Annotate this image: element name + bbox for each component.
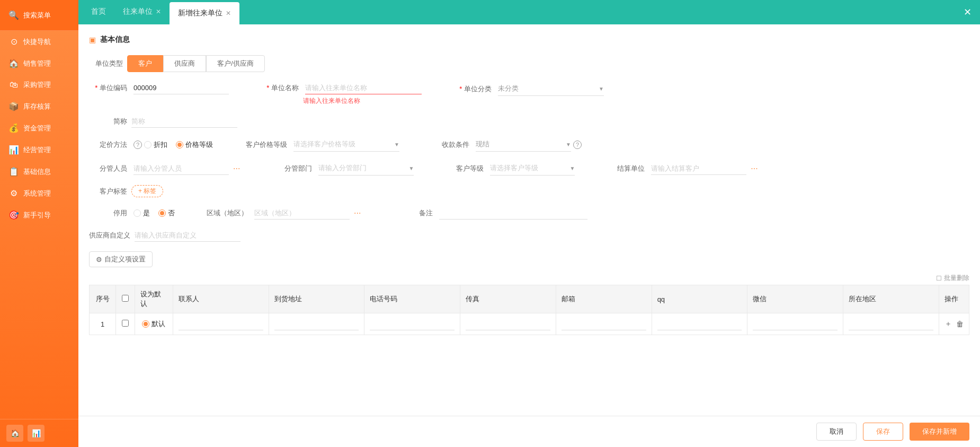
save-new-button[interactable]: 保存并新增 xyxy=(910,423,969,441)
row-fax[interactable] xyxy=(460,313,556,335)
tab-partner[interactable]: 往来单位 ✕ xyxy=(114,0,170,24)
add-row-btn[interactable]: ＋ xyxy=(945,319,952,329)
unit-type-label: 单位类型 xyxy=(89,59,127,68)
region-more-btn[interactable]: ··· xyxy=(352,208,363,218)
phone-input[interactable] xyxy=(370,318,455,330)
tab-new-partner-close[interactable]: ✕ xyxy=(226,10,231,17)
row-region[interactable] xyxy=(843,313,939,335)
disable-yes-label: 是 xyxy=(143,208,150,218)
customer-price-level-select[interactable]: 请选择客户价格等级 ▼ xyxy=(293,137,399,152)
pricing-radio-discount[interactable]: 折扣 xyxy=(144,140,167,150)
row-email[interactable] xyxy=(556,313,652,335)
pricing-help-icon[interactable]: ? xyxy=(133,141,142,149)
name-input[interactable] xyxy=(305,82,422,94)
row-qq[interactable] xyxy=(652,313,747,335)
sidebar-item-basic[interactable]: 📋 基础信息 xyxy=(0,161,78,182)
tab-new-partner-label: 新增往来单位 xyxy=(178,8,222,18)
manager-input[interactable] xyxy=(133,162,229,175)
col-region: 所在地区 xyxy=(843,285,939,313)
sidebar-item-purchase[interactable]: 🛍 采购管理 xyxy=(0,74,78,95)
sidebar-item-label: 系统管理 xyxy=(23,189,51,198)
col-qq: qq xyxy=(652,285,747,313)
tab-bar-close-btn[interactable]: ✕ xyxy=(959,6,976,18)
custom-settings-btn[interactable]: ⚙ 自定义项设置 xyxy=(89,251,153,267)
row-select-checkbox[interactable] xyxy=(122,320,129,327)
dept-select[interactable]: 请输入分管部门 ▼ xyxy=(318,161,414,176)
default-radio-item[interactable]: 默认 xyxy=(140,319,167,329)
disable-no-label: 否 xyxy=(168,208,175,218)
email-input[interactable] xyxy=(562,318,646,330)
sidebar-item-sales[interactable]: 🏠 销售管理 xyxy=(0,52,78,74)
disable-radio-no[interactable]: 否 xyxy=(158,208,175,218)
add-tag-btn[interactable]: + 标签 xyxy=(131,185,163,197)
form-content: ▣ 基本信息 单位类型 客户 供应商 客户/供应商 单位编码 xyxy=(78,24,980,416)
sidebar-home-btn[interactable]: 🏠 xyxy=(6,425,23,442)
region-input-table[interactable] xyxy=(849,318,933,330)
sidebar-item-label: 库存核算 xyxy=(23,102,51,111)
section-title: 基本信息 xyxy=(100,35,130,45)
sales-icon: 🏠 xyxy=(8,58,19,68)
supplier-custom-label: 供应商自定义 xyxy=(89,231,135,240)
remark-input[interactable] xyxy=(439,207,587,220)
fax-input[interactable] xyxy=(466,318,550,330)
contact-input[interactable] xyxy=(179,318,263,330)
col-checkbox[interactable] xyxy=(116,285,135,313)
type-btn-supplier[interactable]: 供应商 xyxy=(163,55,206,72)
row-contact[interactable] xyxy=(173,313,269,335)
category-select[interactable]: 未分类 ▼ xyxy=(498,82,604,96)
region-input[interactable] xyxy=(254,207,350,220)
type-btn-both[interactable]: 客户/供应商 xyxy=(206,55,265,72)
tab-home[interactable]: 首页 xyxy=(83,0,114,24)
code-input[interactable] xyxy=(133,82,229,94)
category-value: 未分类 xyxy=(498,84,599,93)
disable-radio-yes[interactable]: 是 xyxy=(133,208,150,218)
wechat-input[interactable] xyxy=(753,318,838,330)
sidebar-item-guide[interactable]: 🎯 新手引导 xyxy=(0,204,78,226)
pricing-radio-level[interactable]: 价格等级 xyxy=(176,140,213,150)
finance-icon: 💰 xyxy=(8,123,19,133)
sidebar-item-finance[interactable]: 💰 资金管理 xyxy=(0,117,78,139)
type-btn-customer[interactable]: 客户 xyxy=(127,55,163,72)
supplier-custom-row: 供应商自定义 xyxy=(89,229,969,242)
address-input[interactable] xyxy=(274,318,359,330)
sidebar-item-search[interactable]: 🔍 搜索菜单 xyxy=(0,4,78,26)
dept-placeholder: 请输入分管部门 xyxy=(318,163,408,173)
payment-terms-help-icon[interactable]: ? xyxy=(573,141,582,149)
tab-bar: 首页 往来单位 ✕ 新增往来单位 ✕ ✕ xyxy=(78,0,980,24)
select-all-checkbox[interactable] xyxy=(122,295,129,302)
row-default[interactable]: 默认 xyxy=(135,313,173,335)
customer-price-level-label: 客户价格等级 xyxy=(245,140,291,150)
tab-new-partner[interactable]: 新增往来单位 ✕ xyxy=(170,2,239,24)
sidebar-item-label: 搜索菜单 xyxy=(23,11,51,20)
sidebar-item-quick-nav[interactable]: ⊙ 快捷导航 xyxy=(0,31,78,52)
basic-icon: 📋 xyxy=(8,166,19,177)
sidebar-item-inventory[interactable]: 📦 库存核算 xyxy=(0,95,78,117)
settlement-input[interactable] xyxy=(651,162,746,175)
sidebar-item-operations[interactable]: 📊 经营管理 xyxy=(0,139,78,161)
guide-icon: 🎯 xyxy=(8,210,19,220)
row-phone[interactable] xyxy=(364,313,460,335)
delete-row-btn[interactable]: 🗑 xyxy=(956,320,964,328)
tab-partner-close[interactable]: ✕ xyxy=(156,8,161,15)
tab-partner-label: 往来单位 xyxy=(123,7,153,16)
supplier-custom-input[interactable] xyxy=(135,229,240,242)
customer-tag-row: 客户标签 + 标签 xyxy=(89,185,969,197)
customer-level-select[interactable]: 请选择客户等级 ▼ xyxy=(490,161,575,176)
cancel-button[interactable]: 取消 xyxy=(816,423,857,441)
save-button[interactable]: 保存 xyxy=(863,423,903,441)
settlement-more-btn[interactable]: ··· xyxy=(749,164,760,173)
short-name-input[interactable] xyxy=(131,115,237,128)
manager-more-btn[interactable]: ··· xyxy=(231,164,242,173)
operations-icon: 📊 xyxy=(8,145,19,155)
sidebar-item-system[interactable]: ⚙ 系统管理 xyxy=(0,182,78,204)
row-wechat[interactable] xyxy=(747,313,843,335)
batch-delete-btn[interactable]: ☐ 批量删除 xyxy=(89,274,969,283)
qq-input[interactable] xyxy=(657,318,742,330)
code-label: 单位编码 xyxy=(89,83,131,93)
row-seq: 1 xyxy=(90,313,116,335)
row-address[interactable] xyxy=(269,313,364,335)
row-checkbox[interactable] xyxy=(116,313,135,335)
sidebar-stats-btn[interactable]: 📊 xyxy=(28,425,44,442)
payment-terms-select[interactable]: 现结 ▼ xyxy=(476,137,571,152)
short-name-label: 简称 xyxy=(89,117,131,126)
